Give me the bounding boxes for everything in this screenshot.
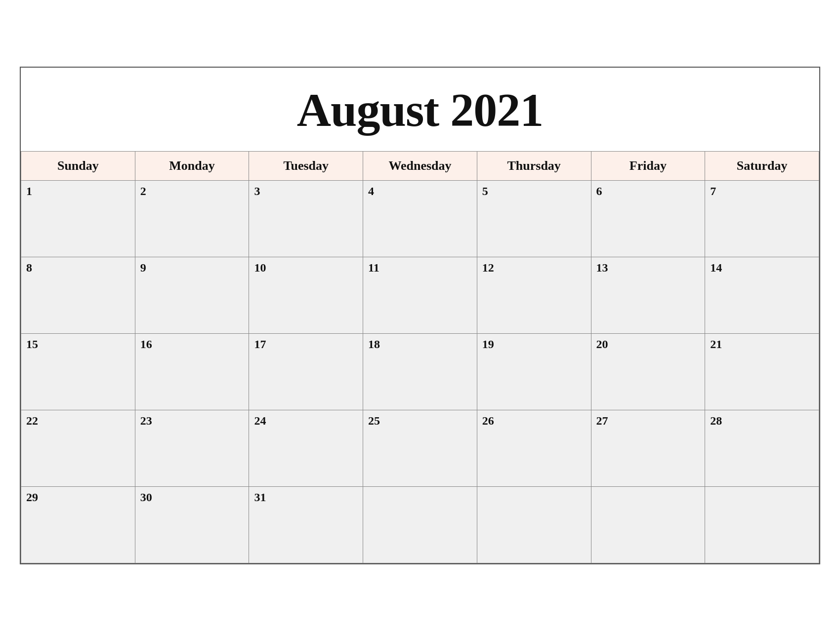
day-cell: 21: [705, 334, 819, 410]
calendar-week-row: 1234567: [21, 181, 819, 257]
day-cell: 17: [249, 334, 363, 410]
day-cell: 15: [21, 334, 135, 410]
day-cell: 20: [591, 334, 705, 410]
day-header-thursday: Thursday: [477, 152, 591, 181]
day-header-sunday: Sunday: [21, 152, 135, 181]
day-cell: 3: [249, 181, 363, 257]
day-header-wednesday: Wednesday: [363, 152, 477, 181]
day-cell: 6: [591, 181, 705, 257]
day-cell: 7: [705, 181, 819, 257]
calendar-header-row: SundayMondayTuesdayWednesdayThursdayFrid…: [21, 152, 819, 181]
calendar-title: August 2021: [21, 68, 819, 151]
day-cell: 13: [591, 257, 705, 334]
day-cell: 8: [21, 257, 135, 334]
calendar-grid: SundayMondayTuesdayWednesdayThursdayFrid…: [21, 151, 819, 563]
day-cell: 19: [477, 334, 591, 410]
day-cell: 30: [135, 487, 249, 563]
calendar-week-row: 891011121314: [21, 257, 819, 334]
day-header-saturday: Saturday: [705, 152, 819, 181]
calendar-container: August 2021 SundayMondayTuesdayWednesday…: [20, 67, 820, 564]
day-cell: 18: [363, 334, 477, 410]
day-cell: 10: [249, 257, 363, 334]
day-header-tuesday: Tuesday: [249, 152, 363, 181]
empty-day-cell: [705, 487, 819, 563]
day-cell: 2: [135, 181, 249, 257]
day-cell: 12: [477, 257, 591, 334]
day-cell: 16: [135, 334, 249, 410]
day-cell: 23: [135, 410, 249, 487]
day-cell: 26: [477, 410, 591, 487]
calendar-week-row: 22232425262728: [21, 410, 819, 487]
day-cell: 5: [477, 181, 591, 257]
day-cell: 1: [21, 181, 135, 257]
day-header-friday: Friday: [591, 152, 705, 181]
day-cell: 4: [363, 181, 477, 257]
day-cell: 24: [249, 410, 363, 487]
day-cell: 14: [705, 257, 819, 334]
day-cell: 29: [21, 487, 135, 563]
empty-day-cell: [477, 487, 591, 563]
day-header-monday: Monday: [135, 152, 249, 181]
day-cell: 11: [363, 257, 477, 334]
day-cell: 9: [135, 257, 249, 334]
calendar-week-row: 15161718192021: [21, 334, 819, 410]
day-cell: 27: [591, 410, 705, 487]
calendar-week-row: 293031: [21, 487, 819, 563]
day-cell: 31: [249, 487, 363, 563]
empty-day-cell: [363, 487, 477, 563]
empty-day-cell: [591, 487, 705, 563]
day-cell: 28: [705, 410, 819, 487]
day-cell: 25: [363, 410, 477, 487]
day-cell: 22: [21, 410, 135, 487]
